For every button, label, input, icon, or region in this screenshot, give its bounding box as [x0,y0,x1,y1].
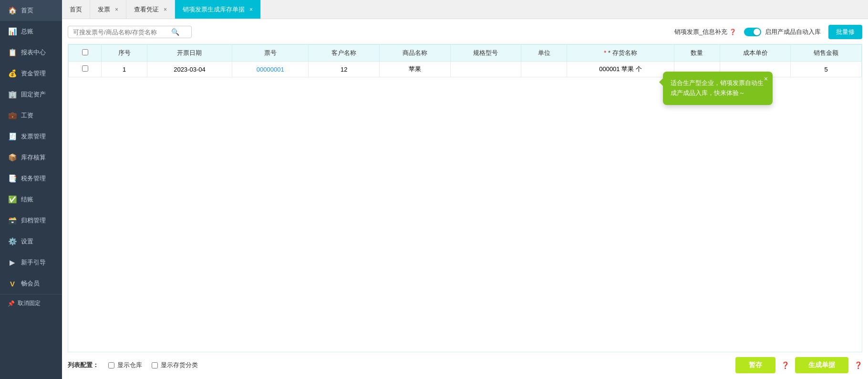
vip-icon: V [8,280,17,288]
row-stock: 000001 苹果 个 [567,62,674,77]
row-product: 苹果 [380,62,451,77]
col-model: 规格型号 [450,45,521,62]
row-model [450,62,521,77]
invoice-icon: 🧾 [8,132,17,141]
col-date: 开票日期 [147,45,232,62]
tab-main[interactable]: 销项发票生成库存单据 × [175,0,261,19]
sidebar-item-ledger[interactable]: 📊 总账 [0,21,62,42]
show-warehouse-label: 显示仓库 [117,361,142,369]
search-input[interactable] [73,29,168,36]
funds-icon: 💰 [8,69,17,78]
col-checkbox [69,45,102,62]
sidebar-item-settings[interactable]: ⚙️ 设置 [0,231,62,252]
page-content: 🔍 销项发票_信息补充 ❓ 启用产成品自动入库 批量修 [62,19,868,379]
col-customer: 客户名称 [309,45,380,62]
info-label: 销项发票_信息补充 ❓ [674,28,736,36]
row-customer: 12 [309,62,380,77]
row-checkbox-cell [69,62,102,77]
col-stock: * * 存货名称 [567,45,674,62]
row-number: 00000001 [232,62,308,77]
reports-icon: 📋 [8,48,17,57]
pin-icon: 📌 [8,300,15,307]
close-account-icon: ✅ [8,195,17,204]
guide-icon: ▶ [8,258,17,267]
ledger-icon: 📊 [8,27,17,36]
sidebar-item-reports[interactable]: 📋 报表中心 [0,42,62,63]
toggle-thumb [754,29,760,35]
col-seq: 序号 [102,45,147,62]
tax-icon: 📑 [8,174,17,183]
list-config-label: 列表配置： [68,361,99,369]
toggle-group: 启用产成品自动入库 [744,28,821,36]
invoice-number-link[interactable]: 00000001 [257,66,284,73]
salary-icon: 💼 [8,111,17,120]
tab-bar: 首页 发票 × 查看凭证 × 销项发票生成库存单据 × [62,0,868,19]
sidebar-item-funds[interactable]: 💰 资金管理 [0,63,62,84]
sidebar-item-archive[interactable]: 🗃️ 归档管理 [0,210,62,231]
footer-bar: 列表配置： 显示仓库 显示存货分类 暂存 ❓ 生成单据 ❓ [68,352,862,373]
tooltip-text: 适合生产型企业，销项发票自动生成产成品入库，快来体验～ [671,79,764,96]
sidebar-item-close[interactable]: ✅ 结账 [0,189,62,210]
col-sales: 销售金额 [791,45,862,62]
settings-icon: ⚙️ [8,237,17,246]
show-warehouse-checkbox[interactable] [108,362,114,368]
sidebar-item-invoice[interactable]: 🧾 发票管理 [0,126,62,147]
assets-icon: 🏢 [8,90,17,99]
sidebar-unpin-button[interactable]: 📌 取消固定 [0,294,62,312]
tab-main-close[interactable]: × [249,6,253,13]
generate-help-icon[interactable]: ❓ [854,361,862,369]
row-seq: 1 [102,62,147,77]
footer-actions: 暂存 ❓ 生成单据 ❓ [735,357,862,373]
inventory-icon: 📦 [8,153,17,162]
col-number: 票号 [232,45,308,62]
batch-edit-button[interactable]: 批量修 [828,25,862,39]
sidebar-item-home[interactable]: 🏠 首页 [0,0,62,21]
archive-icon: 🗃️ [8,216,17,225]
show-category-checkbox[interactable] [152,362,158,368]
generate-button[interactable]: 生成单据 [795,357,848,373]
sidebar-item-guide[interactable]: ▶ 新手引导 [0,252,62,273]
sidebar-item-salary[interactable]: 💼 工资 [0,105,62,126]
save-button[interactable]: 暂存 [735,357,775,373]
row-date: 2023-03-04 [147,62,232,77]
col-qty: 数量 [674,45,720,62]
col-product: 商品名称 [380,45,451,62]
show-warehouse-group: 显示仓库 [108,361,142,369]
search-box[interactable]: 🔍 [68,26,192,38]
tooltip-close-button[interactable]: × [764,75,768,82]
tab-invoice[interactable]: 发票 × [90,0,126,19]
sidebar-item-assets[interactable]: 🏢 固定资产 [0,84,62,105]
sidebar-item-vip[interactable]: V 畅会员 [0,273,62,294]
show-category-label: 显示存货分类 [161,361,198,369]
row-sales: 5 [791,62,862,77]
tooltip-popup: × 适合生产型企业，销项发票自动生成产成品入库，快来体验～ [663,72,773,105]
sidebar-item-tax[interactable]: 📑 税务管理 [0,168,62,189]
sidebar-item-inventory[interactable]: 📦 库存核算 [0,147,62,168]
search-icon: 🔍 [171,28,179,36]
auto-warehouse-toggle[interactable] [744,28,761,36]
home-icon: 🏠 [8,6,17,15]
toolbar-right: 销项发票_信息补充 ❓ 启用产成品自动入库 批量修 [674,25,862,39]
main-area: 首页 发票 × 查看凭证 × 销项发票生成库存单据 × 🔍 销项发票_信息补充 … [62,0,868,379]
col-unit: 单位 [521,45,567,62]
tab-home[interactable]: 首页 [62,0,90,19]
tab-voucher[interactable]: 查看凭证 × [126,0,175,19]
show-category-group: 显示存货分类 [152,361,198,369]
table-header-row: 序号 开票日期 票号 客户名称 商品名称 规格型号 单位 * * 存货名称 数量… [69,45,862,62]
save-help-icon[interactable]: ❓ [781,361,789,369]
tab-invoice-close[interactable]: × [115,6,118,13]
col-cost: 成本单价 [720,45,791,62]
row-checkbox[interactable] [82,65,88,72]
row-unit [521,62,567,77]
sidebar: 🏠 首页 📊 总账 📋 报表中心 💰 资金管理 🏢 固定资产 💼 工资 🧾 发票… [0,0,62,379]
toolbar-row: 🔍 销项发票_信息补充 ❓ 启用产成品自动入库 批量修 [68,25,862,39]
tab-voucher-close[interactable]: × [164,6,167,13]
select-all-checkbox[interactable] [82,49,88,55]
info-help-icon[interactable]: ❓ [729,29,736,35]
